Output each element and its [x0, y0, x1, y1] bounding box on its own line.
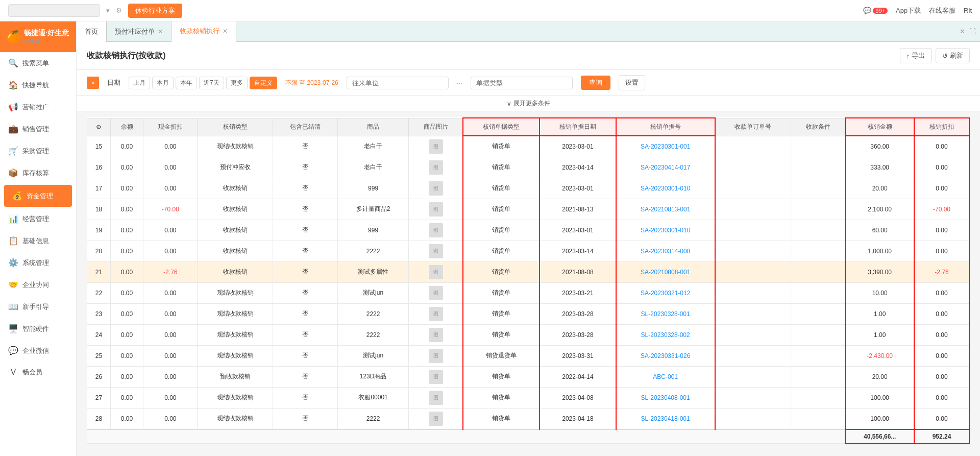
cell-writeoff-bill-date: 2021-08-13: [540, 199, 616, 220]
expand-more-btn[interactable]: ∨ 展开更多条件: [507, 99, 550, 108]
footer-row: 40,556,66... 952.24: [87, 429, 970, 444]
cell-writeoff-type: 现结收款核销: [198, 136, 273, 157]
gear-icon[interactable]: ⚙: [116, 7, 122, 14]
partner-input[interactable]: [347, 77, 449, 89]
cell-collection-condition: [791, 178, 845, 199]
table-wrap[interactable]: ⚙ 余额 现金折扣 核销类型 包含已结清 商品 商品图片 核销单据类型 核销单据…: [77, 111, 980, 456]
cell-no: 22: [87, 282, 111, 303]
writeoff-bill-no-link[interactable]: SA-20210808-001: [641, 269, 690, 276]
app-download-link[interactable]: App下载: [896, 6, 921, 15]
tab-collection-close[interactable]: ✕: [223, 28, 228, 35]
sidebar-item-search[interactable]: 🔍 搜索菜单: [0, 52, 76, 74]
home-icon: 🏠: [8, 80, 18, 90]
writeoff-bill-no-link[interactable]: SA-20230301-010: [641, 227, 690, 234]
filter-bar: » 日期 上月 本月 本年 近7天 更多 自定义 不限 至 2023-07-26: [77, 70, 980, 96]
tab-collection[interactable]: 收款核销执行 ✕: [172, 21, 236, 42]
cell-collection-condition: [791, 136, 845, 157]
writeoff-bill-no-link[interactable]: SL-20230328-001: [641, 310, 690, 318]
sidebar-item-inventory[interactable]: 📦 库存核算: [0, 162, 76, 184]
sidebar-item-finance[interactable]: 💰 资金管理: [4, 185, 72, 207]
sidebar-item-marketing[interactable]: 📢 营销推广: [0, 96, 76, 118]
cell-include-settled: 否: [273, 387, 338, 408]
writeoff-bill-no-link[interactable]: SA-20230301-010: [641, 185, 690, 192]
filter-expand-arrow[interactable]: »: [87, 77, 99, 89]
sidebar-label-system: 系统管理: [22, 258, 49, 268]
expand-window-icon[interactable]: ⛶: [969, 28, 976, 35]
sidebar-item-system[interactable]: ⚙️ 系统管理: [0, 252, 76, 274]
writeoff-bill-no-link[interactable]: SA-20230314-008: [641, 248, 690, 255]
sidebar-item-operations[interactable]: 📊 经营管理: [0, 208, 76, 230]
message-icon[interactable]: 💬 99+: [863, 7, 888, 14]
sidebar-label-newbie: 新手引导: [22, 302, 49, 311]
inventory-icon: 📦: [8, 168, 18, 178]
cell-writeoff-bill-date: 2023-04-18: [540, 408, 616, 429]
system-icon: ⚙️: [8, 258, 18, 268]
cell-collection-order-no: [715, 366, 791, 387]
tab-prepay-close[interactable]: ✕: [158, 28, 163, 35]
cell-goods-img: 图: [408, 282, 463, 303]
header-row: ⚙ 余额 现金折扣 核销类型 包含已结清 商品 商品图片 核销单据类型 核销单据…: [87, 118, 970, 136]
writeoff-bill-no-link[interactable]: SA-20230331-026: [641, 352, 690, 359]
cell-writeoff-bill-type: 销货单: [463, 366, 540, 387]
date-btn-this-year[interactable]: 本年: [176, 77, 197, 89]
sidebar-item-corp[interactable]: 🤝 企业协同: [0, 274, 76, 296]
cell-writeoff-bill-date: 2022-04-14: [540, 366, 616, 387]
writeoff-bill-no-link[interactable]: ABC-001: [653, 373, 678, 380]
cell-goods-img: 图: [408, 157, 463, 178]
sidebar-item-wechat[interactable]: 💬 企业微信: [0, 340, 76, 362]
dropdown-icon[interactable]: ▾: [106, 7, 110, 14]
table-row: 28 0.00 0.00 现结收款核销 否 2222 图 销货单 2023-04…: [87, 408, 970, 429]
cell-collection-condition: [791, 157, 845, 178]
online-service-link[interactable]: 在线客服: [929, 6, 955, 15]
cell-collection-condition: [791, 241, 845, 261]
cell-include-settled: 否: [273, 157, 338, 178]
cell-no: 19: [87, 220, 111, 241]
cell-writeoff-discount: 0.00: [914, 366, 969, 387]
sidebar-item-sales[interactable]: 💼 销售管理: [0, 118, 76, 140]
cell-collection-condition: [791, 387, 845, 408]
query-button[interactable]: 查询: [581, 76, 610, 90]
sidebar-item-newbie[interactable]: 📖 新手引导: [0, 296, 76, 318]
date-btn-this-month[interactable]: 本月: [152, 77, 174, 89]
col-header-settings[interactable]: ⚙: [87, 118, 111, 136]
refresh-button[interactable]: ↺ 刷新: [936, 48, 970, 63]
setting-button[interactable]: 设置: [619, 75, 645, 90]
writeoff-bill-no-link[interactable]: SA-20230414-017: [641, 164, 690, 171]
cell-goods-img: 图: [408, 136, 463, 157]
sidebar-item-basic-info[interactable]: 📋 基础信息: [0, 230, 76, 252]
sidebar-item-quick-nav[interactable]: 🏠 快捷导航: [0, 74, 76, 96]
sidebar-item-purchase[interactable]: 🛒 采购管理: [0, 140, 76, 162]
date-btn-more[interactable]: 更多: [226, 77, 248, 89]
top-search-input[interactable]: [8, 4, 100, 17]
tab-prepay[interactable]: 预付冲应付单 ✕: [107, 21, 172, 42]
writeoff-bill-no-link[interactable]: SA-20210813-001: [641, 206, 690, 213]
page-content: 收款核销执行(按收款) ↑ 导出 ↺ 刷新 » 日期: [77, 42, 980, 456]
writeoff-bill-no-link[interactable]: SA-20230301-001: [641, 143, 690, 150]
voucher-type-input[interactable]: [471, 77, 573, 89]
writeoff-bill-no-link[interactable]: SA-20230321-012: [641, 290, 690, 297]
cell-writeoff-discount: 0.00: [914, 324, 969, 345]
page-actions: ↑ 导出 ↺ 刷新: [900, 48, 970, 63]
cell-writeoff-discount: -2.76: [914, 261, 969, 282]
date-label: 日期: [107, 78, 120, 87]
tab-home[interactable]: 首页: [77, 21, 107, 42]
refresh-icon: ↺: [942, 52, 948, 60]
cell-writeoff-bill-type: 销货单: [463, 157, 540, 178]
industry-btn[interactable]: 休验行业方案: [128, 4, 182, 18]
cell-collection-order-no: [715, 261, 791, 282]
date-btn-7days[interactable]: 近7天: [199, 77, 224, 89]
table-row: 24 0.00 0.00 现结收款核销 否 2222 图 销货单 2023-03…: [87, 324, 970, 345]
writeoff-bill-no-link[interactable]: SL-20230408-001: [641, 394, 690, 401]
cell-goods: 999: [338, 220, 409, 241]
cell-goods: 老白干: [338, 136, 409, 157]
export-button[interactable]: ↑ 导出: [900, 48, 932, 63]
sidebar-item-member[interactable]: V 畅会员: [0, 362, 76, 383]
writeoff-bill-no-link[interactable]: SL-20230418-001: [641, 415, 690, 422]
close-all-icon[interactable]: ✕: [960, 28, 965, 35]
date-btn-custom[interactable]: 自定义: [250, 77, 277, 89]
sidebar-item-hardware[interactable]: 🖥️ 智能硬件: [0, 318, 76, 340]
partner-dots[interactable]: ···: [457, 79, 462, 87]
writeoff-bill-no-link[interactable]: SL-20230328-002: [641, 331, 690, 339]
date-btn-last-month[interactable]: 上月: [129, 77, 150, 89]
cell-writeoff-discount: -70.00: [914, 199, 969, 220]
